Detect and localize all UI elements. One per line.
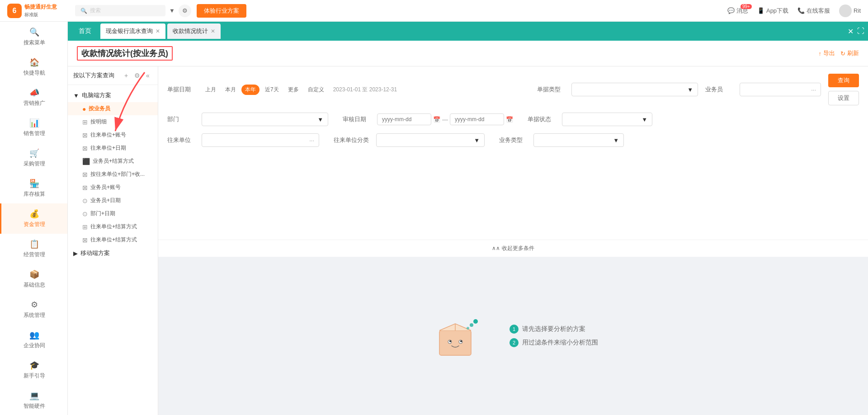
date-tab-more[interactable]: 更多 bbox=[284, 85, 302, 95]
main-content: 首页 现金银行流水查询 ✕ 收款情况统计 ✕ ✕ ⛶ 收款情况统计(按业务员) … bbox=[68, 22, 868, 415]
filter-setting-button[interactable]: 设置 bbox=[828, 91, 859, 105]
date-tab-this-month[interactable]: 本月 bbox=[222, 85, 240, 95]
tab1-close-icon[interactable]: ✕ bbox=[156, 28, 160, 34]
sidebar-item-inventory[interactable]: 🏪 库存核算 bbox=[0, 173, 67, 203]
sidebar-label-sales: 销售管理 bbox=[24, 130, 45, 137]
inventory-icon: 🏪 bbox=[29, 179, 39, 189]
empty-content: 1 请先选择要分析的方案 2 用过滤条件来缩小分析范围 bbox=[428, 308, 598, 363]
tree-item-unit-settle-1[interactable]: ⊞ 往来单位+结算方式 bbox=[68, 220, 158, 233]
tree-item-salesperson[interactable]: ● 按业务员 bbox=[68, 102, 158, 115]
tab-collection-stats[interactable]: 收款情况统计 ✕ bbox=[167, 24, 221, 39]
tree-item-detail[interactable]: ⊞ 按明细 bbox=[68, 115, 158, 128]
dept-dropdown-icon: ▼ bbox=[317, 116, 323, 123]
tree-group-mobile-header[interactable]: ▶ 移动端方案 bbox=[68, 246, 158, 260]
app-download-btn[interactable]: 📱 App下载 bbox=[757, 7, 788, 15]
scheme-add-button[interactable]: + bbox=[122, 71, 131, 80]
message-badge: 99+ bbox=[741, 4, 752, 9]
sidebar-item-basic[interactable]: 📦 基础信息 bbox=[0, 264, 67, 294]
tree-item-label-6: 业务员+账号 bbox=[90, 184, 121, 191]
svg-point-4 bbox=[460, 340, 462, 342]
tab-close-all-icon[interactable]: ✕ bbox=[848, 27, 854, 36]
tab2-close-icon[interactable]: ✕ bbox=[211, 28, 215, 34]
tree-item-unit-date[interactable]: ⊠ 往来单位+日期 bbox=[68, 141, 158, 155]
salesperson-select[interactable]: ··· bbox=[740, 83, 821, 96]
date-tab-this-year[interactable]: 本年 bbox=[241, 85, 259, 95]
empty-area: 1 请先选择要分析的方案 2 用过滤条件来缩小分析范围 bbox=[158, 257, 868, 415]
tree-item-label-0: 按业务员 bbox=[89, 105, 110, 113]
date-range-display: 2023-01-01 至 2023-12-31 bbox=[333, 86, 397, 94]
app-download-label: App下载 bbox=[766, 7, 788, 15]
review-date-start[interactable] bbox=[377, 113, 431, 125]
tree-item-unit-account[interactable]: ⊠ 往来单位+账号 bbox=[68, 128, 158, 141]
counterparty-select[interactable]: ··· bbox=[202, 133, 319, 147]
query-buttons: 查询 设置 bbox=[828, 74, 859, 105]
mobile-group-label: 移动端方案 bbox=[80, 249, 110, 257]
voucher-status-select[interactable]: ▼ bbox=[562, 113, 652, 126]
tree-item-unit-dept[interactable]: ⊠ 按往来单位+部门+收... bbox=[68, 168, 158, 181]
empty-svg bbox=[428, 308, 482, 362]
scheme-tree: ▼ 电脑端方案 ● 按业务员 ⊞ 按明细 ⊠ bbox=[68, 85, 158, 415]
sidebar-item-sales[interactable]: 📊 销售管理 bbox=[0, 113, 67, 143]
sidebar-item-operations[interactable]: 📋 经营管理 bbox=[0, 234, 67, 264]
tree-item-label-10: 往来单位+结算方式 bbox=[90, 236, 137, 244]
counterparty-category-select[interactable]: ▼ bbox=[376, 133, 485, 147]
export-button[interactable]: ↑ 导出 bbox=[819, 49, 835, 57]
tab-bank-flow[interactable]: 现金银行流水查询 ✕ bbox=[100, 24, 165, 39]
review-date-input: 📅 — 📅 bbox=[377, 113, 513, 125]
trial-button[interactable]: 体验行业方案 bbox=[197, 4, 246, 18]
user-area[interactable]: Rit bbox=[839, 5, 861, 17]
sidebar-item-quicknav[interactable]: 🏠 快捷导航 bbox=[0, 52, 67, 82]
sidebar-item-marketing[interactable]: 📣 营销推广 bbox=[0, 82, 67, 113]
date-tab-last-month[interactable]: 上月 bbox=[202, 85, 220, 95]
refresh-button[interactable]: ↻ 刷新 bbox=[840, 49, 859, 57]
tab2-label: 收款情况统计 bbox=[173, 27, 208, 35]
tree-item-salesperson-date[interactable]: ⊙ 业务员+日期 bbox=[68, 194, 158, 207]
tree-item-unit-settle-2[interactable]: ⊠ 往来单位+结算方式 bbox=[68, 233, 158, 246]
message-btn[interactable]: 💬 消息 99+ bbox=[727, 7, 748, 15]
sidebar-item-search[interactable]: 🔍 搜索菜单 bbox=[0, 22, 67, 52]
review-date-end[interactable] bbox=[450, 113, 504, 125]
svg-point-6 bbox=[470, 323, 473, 327]
tree-item-dept-date[interactable]: ⊙ 部门+日期 bbox=[68, 207, 158, 220]
query-button[interactable]: 查询 bbox=[828, 74, 859, 87]
sidebar-item-hardware[interactable]: 💻 智能硬件 bbox=[0, 385, 67, 415]
business-type-dropdown-icon: ▼ bbox=[613, 137, 619, 144]
tree-group-mobile: ▶ 移动端方案 bbox=[68, 246, 158, 260]
svg-rect-0 bbox=[439, 330, 471, 355]
tree-item-label-2: 往来单位+账号 bbox=[90, 131, 126, 139]
voucher-status-dropdown-icon: ▼ bbox=[642, 116, 647, 123]
collapse-bar[interactable]: ∧∧ 收起更多条件 bbox=[158, 240, 868, 257]
header-dropdown[interactable]: ▼ bbox=[169, 7, 175, 14]
scheme-setting-button[interactable]: ⚙ bbox=[132, 71, 142, 80]
date-tab-custom[interactable]: 自定义 bbox=[304, 85, 328, 95]
scheme-collapse-button[interactable]: « bbox=[143, 71, 152, 80]
date-tab-7days[interactable]: 近7天 bbox=[261, 85, 283, 95]
tree-item-icon-1: ⊞ bbox=[82, 118, 88, 126]
tree-group-desktop-header[interactable]: ▼ 电脑端方案 bbox=[68, 89, 158, 102]
tree-mobile-expand-icon: ▶ bbox=[73, 250, 78, 257]
business-type-select[interactable]: ▼ bbox=[533, 133, 624, 147]
export-label: 导出 bbox=[823, 49, 835, 57]
dept-select[interactable]: ▼ bbox=[202, 113, 328, 126]
filter-area: 单据日期 上月 本月 本年 近7天 更多 自定义 2023-01-01 至 20… bbox=[158, 66, 868, 240]
sidebar-item-finance[interactable]: 💰 资金管理 bbox=[0, 203, 67, 234]
sidebar-item-system[interactable]: ⚙ 系统管理 bbox=[0, 294, 67, 325]
step1-text: 请先选择要分析的方案 bbox=[522, 325, 585, 333]
tree-group-desktop: ▼ 电脑端方案 ● 按业务员 ⊞ 按明细 ⊠ bbox=[68, 89, 158, 246]
dept-placeholder bbox=[207, 115, 212, 123]
sidebar-item-guide[interactable]: 🎓 新手引导 bbox=[0, 355, 67, 385]
page-title: 收款情况统计(按业务员) bbox=[77, 46, 173, 61]
date-separator: — bbox=[442, 116, 448, 123]
tree-item-salesperson-account[interactable]: ⊠ 业务员+账号 bbox=[68, 181, 158, 194]
sidebar-item-collab[interactable]: 👥 企业协同 bbox=[0, 325, 67, 355]
gear-button[interactable]: ⚙ bbox=[179, 5, 191, 17]
online-service-btn[interactable]: 📞 在线客服 bbox=[797, 7, 830, 15]
tab-fullscreen-icon[interactable]: ⛶ bbox=[857, 27, 864, 35]
refresh-icon: ↻ bbox=[840, 50, 845, 57]
guide-icon: 🎓 bbox=[29, 360, 39, 370]
voucher-type-label: 单据类型 bbox=[537, 85, 564, 94]
sidebar-item-purchase[interactable]: 🛒 采购管理 bbox=[0, 143, 67, 173]
tab-home[interactable]: 首页 bbox=[71, 22, 99, 41]
voucher-type-select[interactable]: ▼ bbox=[571, 83, 698, 96]
tree-item-salesperson-settle[interactable]: ⬛ 业务员+结算方式 bbox=[68, 155, 158, 168]
